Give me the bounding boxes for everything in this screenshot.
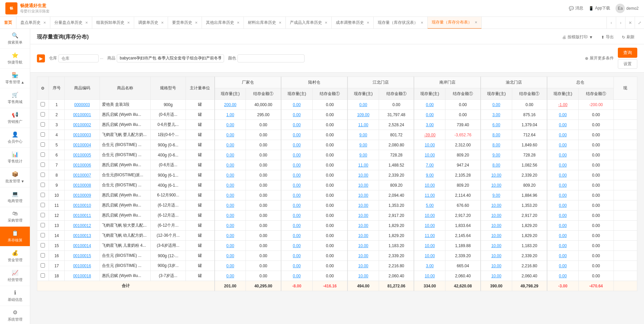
tab-10[interactable]: 现存量（库存状况表） ✕ [374,17,428,29]
sidebar-item-wholesale[interactable]: 📦 批发管理 ▼ [0,168,30,187]
box-icon: 📦 [12,171,18,177]
tab-1-close[interactable]: ✕ [43,21,46,25]
cell-checkbox[interactable] [37,150,49,160]
sidebar-item-marketing[interactable]: 📢 营销推广 [0,108,30,128]
cell-lucun-amt: 0.00 [312,231,347,241]
sidebar-item-purchase[interactable]: 🛍 采购管理 [0,207,30,227]
query-btn[interactable]: 查询 [618,48,637,58]
tab-8-close[interactable]: ✕ [325,21,327,25]
tab-2[interactable]: 分量盘点单历史 ✕ [50,17,92,29]
cell-checkbox[interactable] [37,190,49,200]
cell-zongcang-amt: 0.00 [578,221,613,231]
cell-name: 合生元 (BIOSTIME) ... [100,251,151,261]
sidebar-item-nav[interactable]: ⭐ 快捷导航 [0,49,30,68]
sidebar-item-ecommerce[interactable]: 💻 电商管理 [0,187,30,207]
sidebar-item-inventory[interactable]: 📋 库存核算 [0,227,30,246]
settings-btn[interactable]: 设置 [618,59,637,69]
refresh-btn[interactable]: ↻ 刷新 [619,33,637,41]
tab-home[interactable]: 首页 [0,17,16,29]
tab-6[interactable]: 其他出库单历史 ✕ [202,17,244,29]
tab-2-close[interactable]: ✕ [85,21,88,25]
cell-checkbox[interactable] [37,170,49,180]
cell-jiangbei-amt: 0.00 [379,100,414,110]
cell-zongcang-qty: 0.00 [547,211,578,221]
message-btn[interactable]: 💬 消息 [569,5,583,11]
product-input[interactable] [117,54,224,62]
cell-checkbox[interactable] [37,130,49,140]
tab-5[interactable]: 要货单历史 ✕ [168,17,202,29]
cell-checkbox[interactable] [37,261,49,271]
cell-changjiaCun-qty: 0.00 [215,180,246,190]
tab-prev-btn[interactable]: ‹ [606,17,616,29]
tab-4[interactable]: 调拨单历史 ✕ [134,17,168,29]
cell-zongcang-amt: -200.00 [578,100,613,110]
sidebar-item-basic-info[interactable]: ℹ 基础信息 [0,286,30,306]
warehouse-input[interactable] [58,54,99,62]
sidebar-item-operations[interactable]: 📈 经营管理 [0,266,30,286]
tab-8[interactable]: 产成品入库单历史 ✕ [286,17,332,29]
tab-9[interactable]: 成本调整单历史 ✕ [332,17,374,29]
cell-checkbox[interactable] [37,221,49,231]
tab-11[interactable]: 现存量（库存分布表） ✕ [428,17,482,29]
export-icon: ⬆ [601,35,604,40]
cell-unit: 罐 [186,271,215,281]
cell-checkbox[interactable] [37,180,49,190]
tab-7[interactable]: 材料出库单历史 ✕ [244,17,286,29]
cell-checkbox[interactable] [37,271,49,281]
print-icon: 🖨 [562,35,566,40]
tab-7-close[interactable]: ✕ [279,21,281,25]
sidebar-item-retail-shop[interactable]: 🛒 零售商城 [0,88,30,108]
col-group-nanan: 南岸门店 [414,77,480,88]
cell-xian [613,180,637,190]
sidebar-item-finance[interactable]: 💰 资金管理 [0,246,30,266]
sidebar-item-member[interactable]: 👤 会员中心 [0,128,30,148]
tab-next-btn[interactable]: › [616,17,625,29]
cell-zongcang-amt: 0.00 [578,160,613,170]
table-settings-icon[interactable]: ⚙ [41,86,45,91]
cell-changjiaCun-amt: 0.00 [246,231,281,241]
tab-11-close[interactable]: ✕ [475,20,477,24]
cell-jiangbei-amt: 1,829.20 [379,231,414,241]
cell-changjiaCun-amt: 0.00 [246,130,281,140]
col-settings-header[interactable]: ⚙ [37,77,49,100]
cell-checkbox[interactable] [37,120,49,130]
tab-close-all-btn[interactable]: ✕ [625,17,635,29]
sidebar-item-search[interactable]: 🔍 搜索英单 [0,29,30,49]
sidebar-item-retail-stats[interactable]: 📊 零售统计 [0,148,30,168]
tab-3-close[interactable]: ✕ [127,21,130,25]
tab-4-close[interactable]: ✕ [161,21,164,25]
tab-5-close[interactable]: ✕ [195,21,198,25]
print-btn[interactable]: 🖨 按模版打印 ▼ [559,33,596,41]
expand-conditions-btn[interactable]: ⊕ 展开更多条件 [585,55,614,61]
tab-6-close[interactable]: ✕ [237,21,239,25]
export-btn[interactable]: ⬆ 导出 [598,33,616,41]
color-input[interactable] [237,54,305,62]
sidebar-item-retail-mgmt[interactable]: 🏪 零售管理 ▲ [0,68,30,88]
tab-1[interactable]: 盘点单历史 ✕ [16,17,50,29]
tab-expand-btn[interactable]: ⤢ [635,17,644,29]
tab-10-close[interactable]: ✕ [421,21,423,25]
cell-checkbox[interactable] [37,251,49,261]
cell-lucun-qty: 0.00 [281,120,312,130]
cell-checkbox[interactable] [37,100,49,110]
cell-yubei-amt: 728.28 [512,150,547,160]
cell-checkbox[interactable] [37,211,49,221]
cell-checkbox[interactable] [37,160,49,170]
cell-checkbox[interactable] [37,231,49,241]
tab-9-close[interactable]: ✕ [367,21,369,25]
cell-checkbox[interactable] [37,200,49,211]
user-avatar: Ea [615,4,625,13]
cell-checkbox[interactable] [37,110,49,120]
cell-checkbox[interactable] [37,140,49,150]
cell-jiangbei-amt: 31,797.48 [379,110,414,120]
cell-zongcang-qty: 0.00 [547,200,578,211]
cell-yubei-amt: 712.64 [512,130,547,140]
total-yubei-amt: 49,798.29 [512,281,547,291]
search-expand-btn[interactable]: ▶ [37,54,45,62]
app-download-btn[interactable]: 📱 App下载 [589,5,610,11]
sidebar-item-system[interactable]: ⚙ 系统管理 [0,306,30,324]
tab-3[interactable]: 组装拆卸单历史 ✕ [92,17,134,29]
page-header: 现存量查询(库存分布) 🖨 按模版打印 ▼ ⬆ 导出 ↻ 刷新 [30,29,644,44]
user-area[interactable]: Ea demo2 [615,4,639,13]
cell-checkbox[interactable] [37,241,49,251]
